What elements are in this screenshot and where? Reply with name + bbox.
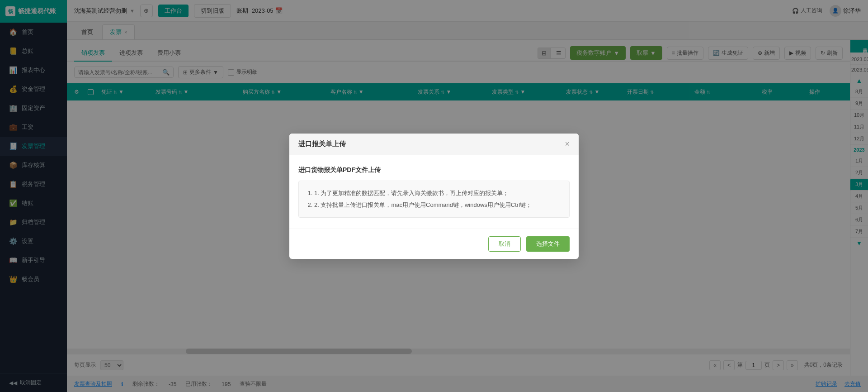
- modal-select-file-button[interactable]: 选择文件: [526, 236, 570, 252]
- modal-section-title: 进口货物报关单PDF文件上传: [298, 166, 570, 174]
- import-modal: 进口报关单上传 × 进口货物报关单PDF文件上传 1. 为了更加精准的数据匹配，…: [289, 134, 579, 259]
- modal-tip-2: 2. 支持批量上传进口报关单，mac用户使用Command键，windows用户…: [314, 199, 562, 211]
- modal-cancel-button[interactable]: 取消: [488, 236, 521, 252]
- modal-title: 进口报关单上传: [298, 140, 346, 148]
- modal-header: 进口报关单上传 ×: [289, 134, 579, 155]
- modal-tips-box: 1. 为了更加精准的数据匹配，请先录入海关缴款书，再上传对应的报关单； 2. 支…: [298, 181, 570, 218]
- modal-close-icon[interactable]: ×: [565, 140, 570, 148]
- modal-body: 进口货物报关单PDF文件上传 1. 为了更加精准的数据匹配，请先录入海关缴款书，…: [289, 155, 579, 229]
- modal-footer: 取消 选择文件: [289, 229, 579, 259]
- modal-tip-1: 1. 为了更加精准的数据匹配，请先录入海关缴款书，再上传对应的报关单；: [314, 187, 562, 199]
- modal-overlay[interactable]: 进口报关单上传 × 进口货物报关单PDF文件上传 1. 为了更加精准的数据匹配，…: [0, 0, 868, 392]
